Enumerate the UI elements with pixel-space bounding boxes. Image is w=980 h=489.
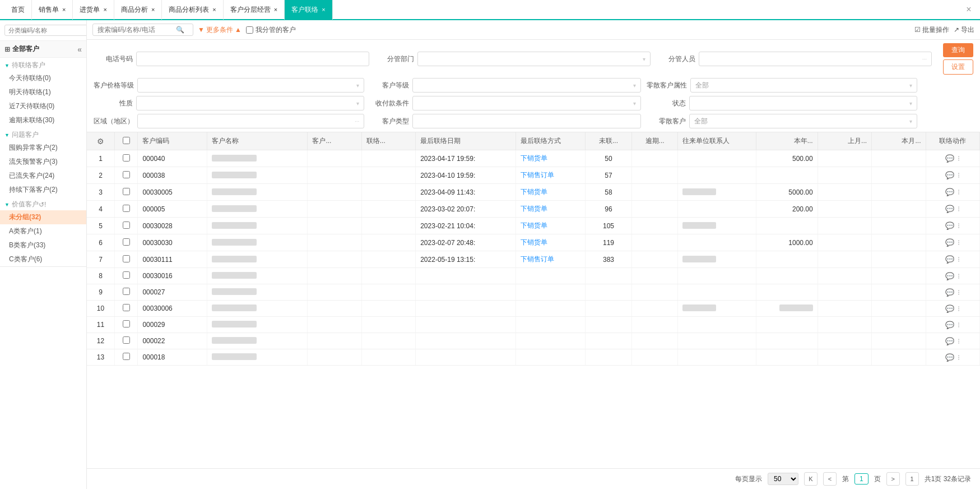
grid-action-icon[interactable]: ⁝ [958,154,960,163]
sidebar-item-overdue[interactable]: 逾期未联络(30) [0,113,86,127]
message-icon[interactable]: 💬 [945,238,954,247]
tab-sales-order[interactable]: 销售单 × [32,0,73,20]
tab-customer-segment[interactable]: 客户分层经营 × [224,0,285,20]
message-icon[interactable]: 💬 [945,188,954,196]
filter-input-customer-type[interactable] [412,114,640,128]
prev-page-button[interactable]: < [823,472,837,486]
row-checkbox-cell[interactable] [115,268,138,284]
row-last-contact-method[interactable]: 下销货单 [516,234,586,251]
row-checkbox-cell[interactable] [115,150,138,167]
problem-customers-group-label[interactable]: ▼ 问题客户 [0,127,86,141]
sidebar-item-unclassified[interactable]: 未分组(32) [0,210,86,224]
tab-product-analysis[interactable]: 商品分析 × [114,0,162,20]
row-checkbox-cell[interactable] [115,234,138,251]
row-checkbox-cell[interactable] [115,333,138,349]
sidebar-item-tomorrow[interactable]: 明天待联络(1) [0,85,86,99]
message-icon[interactable]: 💬 [945,222,954,230]
sidebar-item-churn-warning[interactable]: 流失预警客户(3) [0,155,86,169]
my-customers-checkbox[interactable] [246,26,253,34]
my-customers-checkbox-area[interactable]: 我分管的客户 [246,25,296,35]
grid-action-icon[interactable]: ⁝ [958,255,960,264]
grid-action-icon[interactable]: ⁝ [958,353,960,362]
waiting-contact-group-label[interactable]: ▼ 待联络客户 [0,58,86,71]
filter-input-customer-level[interactable]: ▾ [412,78,640,93]
main-search-icon[interactable]: 🔍 [176,26,184,34]
settings-gear-icon[interactable]: ⚙ [97,137,104,146]
contact-method-link[interactable]: 下销货单 [521,205,547,213]
tab-customer-segment-close[interactable]: × [274,6,277,13]
row-checkbox[interactable] [123,288,130,295]
filter-input-dept[interactable]: ▾ [417,52,651,66]
message-icon[interactable]: 💬 [945,337,954,345]
row-checkbox[interactable] [123,304,130,311]
message-icon[interactable]: 💬 [945,305,954,313]
search-button[interactable]: 查询 [943,43,973,57]
message-icon[interactable]: 💬 [945,353,954,362]
row-last-contact-method[interactable] [516,284,586,301]
row-checkbox[interactable] [123,271,130,279]
tab-product-analysis-list-close[interactable]: × [212,6,216,13]
check-all-checkbox[interactable] [123,137,130,144]
contact-method-link[interactable]: 下销售订单 [521,255,554,263]
tab-home[interactable]: 首页 [4,0,32,20]
message-icon[interactable]: 💬 [945,154,954,163]
grid-action-icon[interactable]: ⁝ [958,305,960,313]
sidebar-item-near7days[interactable]: 近7天待联络(0) [0,99,86,113]
row-checkbox[interactable] [123,154,130,162]
next-page-button[interactable]: > [886,472,900,486]
sidebar-collapse-icon[interactable]: « [77,45,82,54]
window-close-button[interactable]: × [962,3,976,16]
row-last-contact-method[interactable] [516,268,586,284]
tab-sales-order-close[interactable]: × [62,6,66,13]
row-checkbox[interactable] [123,171,130,178]
grid-action-icon[interactable]: ⁝ [958,222,960,230]
row-last-contact-method[interactable]: 下销货单 [516,201,586,218]
row-checkbox-cell[interactable] [115,184,138,201]
tab-product-analysis-close[interactable]: × [151,6,155,13]
sidebar-item-group-a[interactable]: A类客户(1) [0,224,86,238]
row-checkbox-cell[interactable] [115,201,138,218]
filter-input-nature[interactable]: ▾ [136,96,364,110]
row-last-contact-method[interactable] [516,317,586,333]
refresh-icon[interactable]: ↺ [39,201,44,209]
sidebar-item-abnormal[interactable]: 囤购异常客户(2) [0,141,86,155]
row-checkbox-cell[interactable] [115,301,138,317]
tab-customer-contact[interactable]: 客户联络 × [285,0,332,20]
filter-input-payment[interactable]: ▾ [412,96,640,110]
page-size-select[interactable]: 50 100 200 [768,473,798,485]
contact-method-link[interactable]: 下销售订单 [521,171,554,179]
message-icon[interactable]: 💬 [945,205,954,213]
row-last-contact-method[interactable]: 下销货单 [516,150,586,167]
row-checkbox-cell[interactable] [115,317,138,333]
row-checkbox[interactable] [123,188,130,195]
grid-action-icon[interactable]: ⁝ [958,238,960,247]
reset-button[interactable]: 设置 [943,59,973,75]
grid-action-icon[interactable]: ⁝ [958,188,960,196]
row-last-contact-method[interactable]: 下销货单 [516,218,586,234]
check-all-header[interactable] [115,132,138,150]
filter-input-phone[interactable] [136,52,369,66]
message-icon[interactable]: 💬 [945,321,954,329]
message-icon[interactable]: 💬 [945,255,954,264]
grid-action-icon[interactable]: ⁝ [958,171,960,179]
row-checkbox-cell[interactable] [115,167,138,184]
filter-input-scatter[interactable]: 全部 ▾ [689,114,917,128]
first-page-button[interactable]: K [804,472,818,486]
row-last-contact-method[interactable] [516,301,586,317]
contact-method-link[interactable]: 下销货单 [521,188,547,196]
filter-input-area[interactable]: ··· [137,114,364,128]
grid-action-icon[interactable]: ⁝ [958,337,960,345]
contact-method-link[interactable]: 下销货单 [521,222,547,229]
message-icon[interactable]: 💬 [945,171,954,179]
sidebar-item-group-c[interactable]: C类客户(6) [0,252,86,266]
tab-purchase-order-close[interactable]: × [103,6,106,13]
row-last-contact-method[interactable]: 下销售订单 [516,251,586,268]
row-checkbox-cell[interactable] [115,251,138,268]
export-button[interactable]: ↗ 导出 [954,25,974,35]
sidebar-item-churned[interactable]: 已流失客户(24) [0,169,86,183]
row-checkbox[interactable] [123,255,130,262]
tab-product-analysis-list[interactable]: 商品分析列表 × [162,0,223,20]
grid-action-icon[interactable]: ⁝ [958,205,960,213]
row-checkbox[interactable] [123,238,130,246]
row-checkbox-cell[interactable] [115,284,138,301]
